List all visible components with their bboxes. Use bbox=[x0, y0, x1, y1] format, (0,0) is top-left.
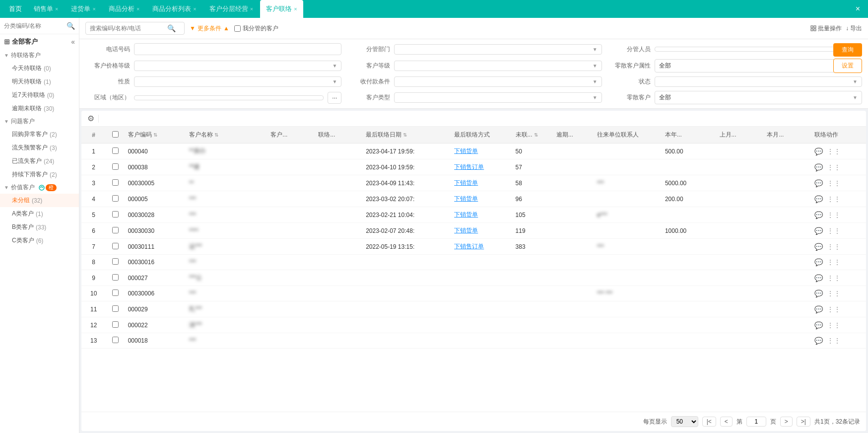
tab-goods-analysis-list-close[interactable]: × bbox=[193, 6, 196, 12]
search-input[interactable] bbox=[90, 25, 164, 32]
per-page-select[interactable]: 50 100 200 bbox=[671, 416, 698, 427]
pagination-last[interactable]: >| bbox=[797, 417, 810, 427]
contact-method-link[interactable]: 下销货单 bbox=[454, 227, 478, 234]
scatter-attr-select[interactable]: 全部 ▼ bbox=[655, 59, 862, 72]
sidebar-item-overdue[interactable]: 逾期未联络 (30) bbox=[0, 102, 79, 115]
contact-phone-icon[interactable]: 💬 bbox=[814, 305, 823, 313]
contact-more-icon[interactable]: ⋮⋮ bbox=[827, 274, 841, 282]
cell-check[interactable] bbox=[106, 239, 125, 255]
contact-phone-icon[interactable]: 💬 bbox=[814, 321, 823, 329]
tab-purchase[interactable]: 进货单 × bbox=[65, 0, 101, 18]
ctype-select[interactable]: ▼ bbox=[394, 92, 601, 103]
contact-method-link[interactable]: 下销货单 bbox=[454, 211, 478, 218]
th-not-contacted[interactable]: 未联... ⇅ bbox=[513, 127, 553, 144]
cell-check[interactable] bbox=[106, 301, 125, 317]
sidebar-item-purchase-abnormal[interactable]: 回购异常客户 (2) bbox=[0, 128, 79, 141]
cell-check[interactable] bbox=[106, 159, 125, 175]
price-level-select[interactable]: ▼ bbox=[134, 61, 341, 71]
cell-check[interactable] bbox=[106, 270, 125, 286]
window-close-button[interactable]: × bbox=[852, 4, 864, 13]
cell-check[interactable] bbox=[106, 223, 125, 239]
tab-sales-close[interactable]: × bbox=[55, 6, 58, 12]
region-ellipsis-btn[interactable]: ··· bbox=[328, 92, 341, 104]
contact-method-link[interactable]: 下销货单 bbox=[454, 147, 478, 154]
payment-select[interactable]: ▼ bbox=[394, 76, 601, 87]
sidebar-group-price-tier[interactable]: ▼ 价值客户 橙 bbox=[0, 181, 79, 194]
my-customers-checkbox-label[interactable]: 我分管的客户 bbox=[234, 24, 278, 33]
more-conditions-btn[interactable]: ▼ 更多条件 ▲ bbox=[190, 24, 229, 33]
resize-code[interactable] bbox=[184, 127, 186, 143]
cell-check[interactable] bbox=[106, 175, 125, 191]
sidebar-item-class-c[interactable]: C类客户 (6) bbox=[0, 234, 79, 247]
sidebar-all-customers[interactable]: ⊞ 全部客户 « bbox=[0, 34, 79, 49]
contact-phone-icon[interactable]: 💬 bbox=[814, 243, 823, 251]
my-customers-checkbox[interactable] bbox=[234, 25, 241, 32]
table-scroll[interactable]: # 客户编码 ⇅ 客户名称 ⇅ bbox=[81, 127, 866, 412]
sidebar-search-input[interactable] bbox=[4, 22, 65, 29]
contact-method-link[interactable]: 下销售订单 bbox=[454, 163, 484, 170]
contact-more-icon[interactable]: ⋮⋮ bbox=[827, 179, 841, 187]
nature-select[interactable]: ▼ bbox=[134, 76, 341, 87]
cell-check[interactable] bbox=[106, 317, 125, 333]
th-code[interactable]: 客户编码 ⇅ bbox=[125, 127, 186, 144]
contact-more-icon[interactable]: ⋮⋮ bbox=[827, 243, 841, 251]
tab-purchase-close[interactable]: × bbox=[92, 6, 95, 12]
sidebar-group-pending[interactable]: ▼ 待联络客户 bbox=[0, 49, 79, 62]
contact-more-icon[interactable]: ⋮⋮ bbox=[827, 163, 841, 171]
contact-more-icon[interactable]: ⋮⋮ bbox=[827, 321, 841, 329]
phone-input[interactable] bbox=[134, 43, 341, 55]
sidebar-item-today[interactable]: 今天待联络 (0) bbox=[0, 62, 79, 75]
resize-name[interactable] bbox=[266, 127, 267, 143]
export-btn[interactable]: ↓ 导出 bbox=[846, 24, 862, 33]
region-select[interactable] bbox=[134, 95, 324, 100]
contact-phone-icon[interactable]: 💬 bbox=[814, 211, 823, 219]
th-name[interactable]: 客户名称 ⇅ bbox=[186, 127, 267, 144]
cell-check[interactable] bbox=[106, 144, 125, 159]
sidebar-item-7days[interactable]: 近7天待联络 (0) bbox=[0, 88, 79, 102]
sidebar-item-lost[interactable]: 已流失客户 (24) bbox=[0, 154, 79, 168]
contact-phone-icon[interactable]: 💬 bbox=[814, 227, 823, 235]
tab-customer-contact-close[interactable]: × bbox=[294, 6, 297, 12]
batch-op-btn[interactable]: 批量操作 bbox=[810, 24, 842, 33]
tab-customer-tier-close[interactable]: × bbox=[250, 6, 253, 12]
contact-more-icon[interactable]: ⋮⋮ bbox=[827, 195, 841, 203]
contact-phone-icon[interactable]: 💬 bbox=[814, 163, 823, 171]
sidebar-item-loss-warning[interactable]: 流失预警客户 (3) bbox=[0, 141, 79, 154]
pagination-page-input[interactable] bbox=[746, 417, 766, 427]
column-settings-icon[interactable]: ⚙ bbox=[87, 114, 94, 123]
sidebar-item-class-b[interactable]: B类客户 (33) bbox=[0, 220, 79, 234]
tab-goods-analysis[interactable]: 商品分析 × bbox=[103, 0, 145, 18]
reset-button[interactable]: 设置 bbox=[833, 59, 862, 73]
tab-home[interactable]: 首页 bbox=[4, 0, 27, 18]
contact-more-icon[interactable]: ⋮⋮ bbox=[827, 227, 841, 235]
search-button[interactable]: 查询 bbox=[833, 43, 862, 57]
contact-method-link[interactable]: 下销售订单 bbox=[454, 243, 484, 250]
dept-select[interactable]: ▼ bbox=[394, 44, 601, 55]
tab-goods-analysis-close[interactable]: × bbox=[136, 6, 139, 12]
pagination-next[interactable]: > bbox=[780, 417, 793, 427]
contact-phone-icon[interactable]: 💬 bbox=[814, 258, 823, 266]
tab-customer-tier[interactable]: 客户分层经营 × bbox=[203, 0, 259, 18]
contact-method-link[interactable]: 下销货单 bbox=[454, 195, 478, 202]
contact-more-icon[interactable]: ⋮⋮ bbox=[827, 305, 841, 313]
pagination-prev[interactable]: < bbox=[720, 417, 733, 427]
select-all-checkbox[interactable] bbox=[112, 131, 119, 138]
customer-level-select[interactable]: ▼ bbox=[394, 61, 601, 71]
cell-check[interactable] bbox=[106, 286, 125, 301]
status-select[interactable]: ▼ bbox=[655, 76, 862, 87]
contact-phone-icon[interactable]: 💬 bbox=[814, 179, 823, 187]
scatter-customer-select[interactable]: 全部 ▼ bbox=[655, 91, 862, 104]
cell-check[interactable] bbox=[106, 255, 125, 270]
tab-sales[interactable]: 销售单 × bbox=[28, 0, 64, 18]
contact-more-icon[interactable]: ⋮⋮ bbox=[827, 211, 841, 219]
contact-more-icon[interactable]: ⋮⋮ bbox=[827, 258, 841, 266]
cell-check[interactable] bbox=[106, 207, 125, 223]
contact-phone-icon[interactable]: 💬 bbox=[814, 274, 823, 282]
manager-select[interactable] bbox=[655, 47, 844, 52]
contact-phone-icon[interactable]: 💬 bbox=[814, 337, 823, 345]
sidebar-item-unclassified[interactable]: 未分组 (32) bbox=[0, 194, 79, 207]
tab-customer-contact[interactable]: 客户联络 × bbox=[260, 0, 303, 18]
contact-more-icon[interactable]: ⋮⋮ bbox=[827, 147, 841, 155]
sidebar-item-class-a[interactable]: A类客户 (1) bbox=[0, 207, 79, 220]
contact-more-icon[interactable]: ⋮⋮ bbox=[827, 289, 841, 297]
